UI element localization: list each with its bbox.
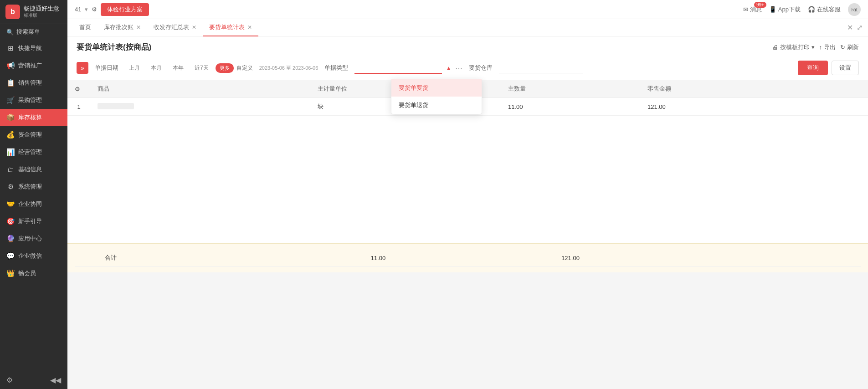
date-btn-current[interactable]: 本月 bbox=[147, 62, 166, 74]
sidebar-item-base-info[interactable]: 🗂 基础信息 bbox=[0, 161, 67, 178]
print-icon: 🖨 bbox=[772, 44, 778, 51]
topbar-settings-icon[interactable]: ⚙ bbox=[92, 6, 97, 13]
enterprise-icon: 🤝 bbox=[6, 200, 15, 208]
tabs-close-all-icon[interactable]: ✕ bbox=[847, 23, 853, 32]
tab-receipt-summary[interactable]: 收发存汇总表 ✕ bbox=[147, 19, 203, 36]
search-icon: 🔍 bbox=[6, 29, 14, 36]
sidebar-item-member[interactable]: 👑 畅会员 bbox=[0, 265, 67, 282]
tab-batch-account-label: 库存批次账 bbox=[104, 23, 134, 31]
message-icon: ✉ bbox=[743, 6, 748, 13]
dropdown-item-purchase-order[interactable]: 要货单要货 bbox=[391, 79, 482, 97]
date-btn-more[interactable]: 更多 bbox=[216, 63, 234, 73]
guide-icon: 🎯 bbox=[6, 217, 15, 225]
search-menu[interactable]: 🔍 搜索菜单 bbox=[0, 24, 67, 40]
tab-order-stats-close[interactable]: ✕ bbox=[247, 24, 252, 31]
sidebar-item-guide[interactable]: 🎯 新手引导 bbox=[0, 213, 67, 230]
tab-batch-account-close[interactable]: ✕ bbox=[136, 24, 141, 31]
type-group: ▲ ⋯ bbox=[354, 62, 462, 74]
col-qty: 主数量 bbox=[501, 80, 640, 98]
sidebar-item-label: 库存核算 bbox=[18, 113, 42, 122]
base-info-icon: 🗂 bbox=[6, 166, 15, 174]
sidebar-item-system[interactable]: ⚙ 系统管理 bbox=[0, 178, 67, 195]
sidebar-item-finance[interactable]: 💰 资金管理 bbox=[0, 126, 67, 143]
footer-amount: 121.00 bbox=[554, 249, 766, 267]
expand-icon: » bbox=[81, 64, 84, 72]
sidebar-item-label: 新手引导 bbox=[18, 217, 42, 225]
tab-batch-account[interactable]: 库存批次账 ✕ bbox=[98, 19, 147, 36]
user-avatar[interactable]: Rit bbox=[848, 3, 861, 16]
filter-bar: » 单据日期 上月 本月 本年 近7天 更多 自定义 2023-05-06 至 … bbox=[67, 56, 868, 80]
date-btn-recent7[interactable]: 近7天 bbox=[190, 62, 213, 74]
footer-label: 合计 bbox=[98, 249, 269, 267]
quick-nav-icon: ⊞ bbox=[6, 44, 15, 52]
sidebar-item-app-center[interactable]: 🔮 应用中心 bbox=[0, 230, 67, 247]
sidebar-item-label: 基础信息 bbox=[18, 165, 42, 174]
purchase-icon: 🛒 bbox=[6, 96, 15, 104]
message-badge: 99+ bbox=[754, 2, 766, 8]
main-area: 41 ▾ ⚙ 体验行业方案 ✉ 消息 99+ 📱 App下载 🎧 在线客服 Ri… bbox=[67, 0, 868, 389]
tabs-expand-icon[interactable]: ⤢ bbox=[857, 23, 863, 32]
sidebar-item-enterprise-wx[interactable]: 💬 企业微信 bbox=[0, 247, 67, 265]
date-range: 2023-05-06 至 2023-06-06 bbox=[259, 65, 318, 71]
sidebar-item-label: 系统管理 bbox=[18, 183, 42, 191]
warehouse-input[interactable] bbox=[499, 62, 583, 73]
sidebar-item-purchase[interactable]: 🛒 采购管理 bbox=[0, 92, 67, 109]
type-input[interactable] bbox=[356, 62, 440, 73]
sidebar-item-label: 营销推广 bbox=[18, 61, 42, 70]
filter-expand-btn[interactable]: » bbox=[77, 62, 88, 74]
tab-order-stats-label: 要货单统计表 bbox=[209, 23, 245, 31]
store-number: 41 bbox=[75, 6, 81, 13]
filter-actions: 查询 设置 bbox=[798, 61, 859, 75]
sidebar-item-label: 企业微信 bbox=[18, 252, 42, 260]
settings-footer-icon[interactable]: ⚙ bbox=[6, 376, 13, 384]
collapse-icon[interactable]: ◀◀ bbox=[50, 376, 61, 384]
type-dropdown-arrow[interactable]: ▲ bbox=[446, 65, 452, 72]
type-more-icon[interactable]: ⋯ bbox=[455, 64, 462, 72]
member-icon: 👑 bbox=[6, 269, 15, 277]
sidebar-item-marketing[interactable]: 📢 营销推广 bbox=[0, 57, 67, 74]
sidebar-item-label: 应用中心 bbox=[18, 235, 42, 243]
sidebar-item-operations[interactable]: 📊 经营管理 bbox=[0, 143, 67, 161]
sidebar-item-label: 采购管理 bbox=[18, 96, 42, 104]
sidebar-footer: ⚙ ◀◀ bbox=[0, 371, 67, 389]
export-btn[interactable]: ↑ 导出 bbox=[819, 43, 836, 51]
inventory-icon: 📦 bbox=[6, 113, 15, 122]
sidebar-item-inventory[interactable]: 📦 库存核算 bbox=[0, 109, 67, 126]
refresh-btn[interactable]: ↻ 刷新 bbox=[840, 43, 859, 51]
date-btn-up[interactable]: 上月 bbox=[125, 62, 144, 74]
tab-home[interactable]: 首页 bbox=[73, 19, 98, 36]
tab-receipt-summary-close[interactable]: ✕ bbox=[192, 24, 196, 31]
online-service-btn[interactable]: 🎧 在线客服 bbox=[808, 5, 841, 14]
tab-order-stats[interactable]: 要货单统计表 ✕ bbox=[203, 19, 258, 36]
warehouse-label: 要货仓库 bbox=[469, 64, 493, 72]
sales-icon: 📋 bbox=[6, 79, 15, 87]
message-btn[interactable]: ✉ 消息 99+ bbox=[743, 5, 762, 14]
col-extra bbox=[805, 80, 868, 98]
sidebar-nav: ⊞ 快捷导航 📢 营销推广 📋 销售管理 🛒 采购管理 📦 库存核算 💰 资金管… bbox=[0, 40, 67, 371]
sidebar-item-quick-nav[interactable]: ⊞ 快捷导航 bbox=[0, 40, 67, 57]
dropdown-item-purchase-return[interactable]: 要货单退货 bbox=[391, 97, 482, 114]
print-template-btn[interactable]: 🖨 按模板打印 ▾ bbox=[772, 43, 815, 51]
cell-product bbox=[90, 98, 310, 116]
table-settings-icon[interactable]: ⚙ bbox=[75, 86, 80, 92]
tab-receipt-summary-label: 收发存汇总表 bbox=[154, 23, 189, 31]
trial-btn[interactable]: 体验行业方案 bbox=[101, 3, 149, 16]
footer-qty: 11.00 bbox=[364, 249, 555, 267]
col-amount: 零售金额 bbox=[640, 80, 805, 98]
online-service-icon: 🎧 bbox=[808, 6, 815, 13]
settings-btn[interactable]: 设置 bbox=[832, 61, 859, 75]
tab-home-label: 首页 bbox=[79, 23, 91, 31]
sidebar: b 畅捷通好生意 标准版 🔍 搜索菜单 ⊞ 快捷导航 📢 营销推广 📋 销售管理… bbox=[0, 0, 67, 389]
page-title: 要货单统计表(按商品) bbox=[77, 42, 151, 52]
app-download-icon: 📱 bbox=[769, 6, 776, 13]
online-service-label: 在线客服 bbox=[817, 5, 841, 14]
store-dropdown-arrow[interactable]: ▾ bbox=[85, 6, 88, 13]
sidebar-item-sales[interactable]: 📋 销售管理 bbox=[0, 74, 67, 92]
print-expand-icon[interactable]: ▾ bbox=[812, 44, 815, 51]
date-btn-custom[interactable]: 自定义 bbox=[236, 64, 253, 72]
app-download-btn[interactable]: 📱 App下载 bbox=[769, 5, 801, 14]
query-btn[interactable]: 查询 bbox=[798, 61, 828, 75]
sidebar-item-enterprise[interactable]: 🤝 企业协同 bbox=[0, 195, 67, 213]
app-download-label: App下载 bbox=[778, 5, 801, 14]
date-btn-year[interactable]: 本年 bbox=[169, 62, 188, 74]
